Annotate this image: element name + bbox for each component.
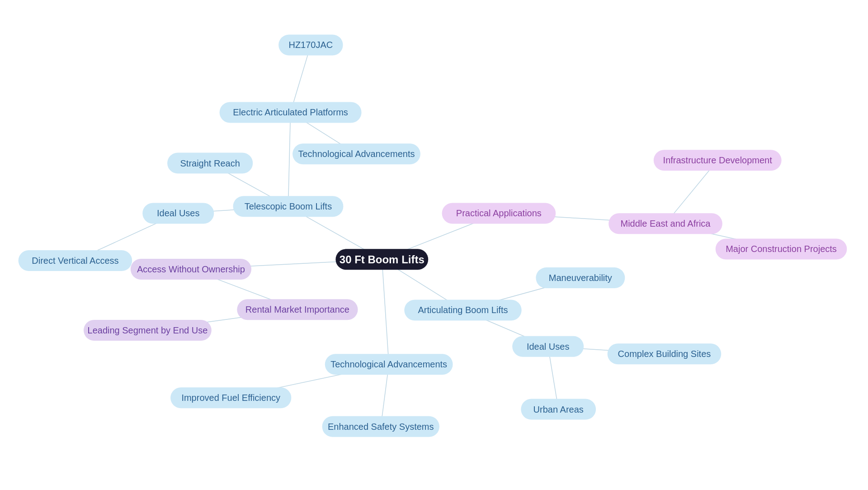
node-major_construction: Major Construction Projects: [716, 238, 847, 259]
svg-text:Electric Articulated Platforms: Electric Articulated Platforms: [233, 107, 348, 117]
svg-text:Middle East and Africa: Middle East and Africa: [621, 219, 711, 228]
svg-text:Technological Advancements: Technological Advancements: [330, 359, 447, 369]
node-ideal_uses_bot: Ideal Uses: [512, 336, 584, 357]
node-tech_advancements_bot: Technological Advancements: [325, 354, 453, 375]
svg-line-10: [382, 259, 389, 364]
node-leading_segment: Leading Segment by End Use: [84, 320, 212, 341]
node-electric_articulated: Electric Articulated Platforms: [220, 102, 362, 123]
svg-text:Direct Vertical Access: Direct Vertical Access: [32, 256, 118, 266]
node-tech_advancements_top: Technological Advancements: [292, 143, 420, 164]
svg-text:Leading Segment by End Use: Leading Segment by End Use: [88, 325, 208, 335]
svg-text:Articulating Boom Lifts: Articulating Boom Lifts: [418, 305, 508, 315]
svg-text:Urban Areas: Urban Areas: [533, 404, 584, 414]
node-urban_areas: Urban Areas: [521, 399, 596, 420]
node-middle_east: Middle East and Africa: [609, 213, 722, 234]
node-center: 30 Ft Boom Lifts: [335, 249, 428, 270]
svg-text:Ideal Uses: Ideal Uses: [527, 342, 570, 352]
node-enhanced_safety: Enhanced Safety Systems: [322, 416, 439, 437]
svg-text:Enhanced Safety Systems: Enhanced Safety Systems: [328, 422, 434, 432]
svg-text:Straight Reach: Straight Reach: [180, 158, 240, 168]
node-articulating_boom: Articulating Boom Lifts: [404, 300, 521, 320]
node-straight_reach: Straight Reach: [167, 153, 253, 174]
node-access_without: Access Without Ownership: [131, 259, 251, 280]
node-direct_vertical: Direct Vertical Access: [19, 250, 132, 271]
svg-text:Complex Building Sites: Complex Building Sites: [618, 349, 711, 359]
node-maneuverability: Maneuverability: [536, 267, 625, 288]
node-practical_apps: Practical Applications: [442, 203, 556, 224]
svg-text:Access Without Ownership: Access Without Ownership: [137, 264, 245, 274]
node-ideal_uses_top: Ideal Uses: [142, 203, 214, 224]
svg-text:Major Construction Projects: Major Construction Projects: [726, 244, 837, 254]
svg-text:Infrastructure Development: Infrastructure Development: [663, 155, 773, 165]
node-improved_fuel: Improved Fuel Efficiency: [170, 387, 291, 408]
svg-text:Rental Market Importance: Rental Market Importance: [245, 304, 349, 314]
svg-text:Ideal Uses: Ideal Uses: [157, 208, 200, 218]
svg-text:Telescopic Boom Lifts: Telescopic Boom Lifts: [245, 201, 332, 211]
node-complex_building: Complex Building Sites: [608, 343, 722, 364]
svg-text:Maneuverability: Maneuverability: [549, 273, 612, 283]
svg-text:Improved Fuel Efficiency: Improved Fuel Efficiency: [181, 393, 280, 403]
node-infrastructure: Infrastructure Development: [654, 150, 782, 171]
svg-line-2: [288, 112, 290, 206]
node-hz170jac: HZ170JAC: [278, 34, 343, 55]
node-rental_market: Rental Market Importance: [237, 299, 358, 320]
svg-text:HZ170JAC: HZ170JAC: [288, 40, 333, 50]
svg-text:Practical Applications: Practical Applications: [456, 208, 542, 218]
svg-text:30 Ft Boom Lifts: 30 Ft Boom Lifts: [340, 253, 425, 266]
node-telescopic_boom: Telescopic Boom Lifts: [233, 196, 344, 217]
mind-map: 30 Ft Boom LiftsHZ170JACElectric Articul…: [0, 0, 868, 490]
svg-text:Technological Advancements: Technological Advancements: [298, 149, 415, 159]
